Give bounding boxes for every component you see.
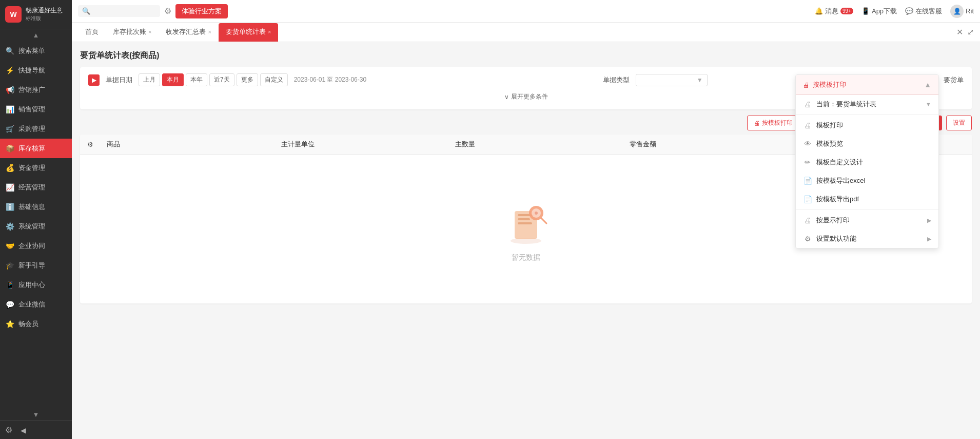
tabs-bar: 首页 库存批次账 × 收发存汇总表 × 要货单统计表 × ✕ ⤢ [72, 23, 980, 42]
notification-icon: 🔔 [815, 7, 823, 15]
nav-label-10: 企业协同 [18, 241, 45, 251]
print-dropdown-icon: 🖨 [803, 81, 810, 89]
tab-collect-summary-label: 收发存汇总表 [166, 27, 206, 36]
tab-order-stats[interactable]: 要货单统计表 × [219, 23, 278, 42]
export-pdf-label: 按模板导出pdf [816, 195, 859, 204]
online-service-label: 在线客服 [915, 7, 942, 16]
sidebar-item-3[interactable]: 📊销售管理 [0, 100, 72, 119]
print-label: 按模板打印 [762, 119, 793, 127]
topbar-right: 🔔 消息 99+ 📱 App下载 💬 在线客服 👤 Rit [815, 5, 974, 18]
sidebar-item-13[interactable]: 💬企业微信 [0, 295, 72, 314]
template-print-label: 模板打印 [816, 121, 843, 130]
nav-icon-5: 📦 [5, 144, 14, 152]
order-type-label: 单据类型 [603, 75, 630, 85]
svg-rect-3 [518, 218, 530, 220]
dropdown-template-design[interactable]: ✏ 模板自定义设计 [796, 153, 938, 171]
user-avatar-btn[interactable]: 👤 Rit [950, 5, 974, 18]
template-design-label: 模板自定义设计 [816, 158, 863, 167]
app-download-icon: 📱 [861, 7, 870, 15]
date-btn-more[interactable]: 更多 [237, 73, 258, 86]
display-print-icon: 🖨 [803, 216, 812, 224]
notification-btn[interactable]: 🔔 消息 99+ [815, 7, 853, 16]
sidebar-item-10[interactable]: 🤝企业协同 [0, 236, 72, 256]
sidebar-item-0[interactable]: 🔍搜索菜单 [0, 41, 72, 61]
app-name: 畅康通好生意 [26, 7, 63, 15]
notification-label: 消息 [825, 7, 838, 16]
sidebar-item-7[interactable]: 📈经营管理 [0, 178, 72, 197]
topbar-gear-icon[interactable]: ⚙ [164, 6, 171, 16]
filter-expand-arrow[interactable]: ▶ [88, 74, 100, 86]
sidebar-bottom: ⚙ ◀ [0, 421, 72, 439]
date-btn-this-year[interactable]: 本年 [186, 73, 207, 86]
date-btn-7days[interactable]: 近7天 [209, 73, 234, 86]
trial-btn[interactable]: 体验行业方案 [175, 4, 228, 18]
nav-icon-0: 🔍 [5, 47, 14, 55]
sidebar-settings-icon[interactable]: ⚙ [5, 425, 12, 435]
dropdown-template-print[interactable]: 🖨 模板打印 [796, 116, 938, 135]
sidebar: W 畅康通好生意 标准版 ▲ 🔍搜索菜单⚡快捷导航📢营销推广📊销售管理🛒采购管理… [0, 0, 72, 439]
sidebar-item-2[interactable]: 📢营销推广 [0, 80, 72, 100]
tab-collect-summary[interactable]: 收发存汇总表 × [159, 23, 218, 42]
set-default-caret: ▶ [927, 236, 931, 242]
date-btn-last-month[interactable]: 上月 [139, 73, 160, 86]
dropdown-template-preview[interactable]: 👁 模板预览 [796, 135, 938, 153]
sidebar-nav: 🔍搜索菜单⚡快捷导航📢营销推广📊销售管理🛒采购管理📦库存核算💰资金管理📈经营管理… [0, 41, 72, 409]
empty-text: 暂无数据 [512, 253, 540, 262]
tab-home[interactable]: 首页 [78, 23, 106, 42]
sidebar-scroll-down[interactable]: ▼ [0, 409, 72, 421]
online-service-btn[interactable]: 💬 在线客服 [905, 7, 942, 16]
tab-order-stats-close[interactable]: × [268, 29, 271, 35]
sidebar-item-12[interactable]: 📱应用中心 [0, 275, 72, 295]
nav-icon-4: 🛒 [5, 125, 14, 133]
svg-point-8 [535, 212, 538, 215]
expand-more-btn[interactable]: ∨ 展开更多条件 [496, 90, 556, 103]
dropdown-display-print[interactable]: 🖨 按显示打印 ▶ [796, 211, 938, 230]
nav-icon-6: 💰 [5, 164, 14, 172]
dropdown-header: 🖨 按模板打印 ▲ [796, 75, 938, 95]
sidebar-collapse-icon[interactable]: ◀ [21, 426, 26, 434]
order-type-caret: ▼ [697, 77, 703, 84]
dropdown-set-default[interactable]: ⚙ 设置默认功能 ▶ [796, 230, 938, 248]
export-excel-label: 按模板导出excel [816, 176, 865, 185]
display-print-label: 按显示打印 [816, 216, 850, 225]
app-version: 标准版 [26, 15, 63, 22]
dropdown-close-btn[interactable]: ▲ [924, 81, 931, 89]
app-download-btn[interactable]: 📱 App下载 [861, 7, 897, 16]
nav-label-5: 库存核算 [18, 144, 45, 153]
sidebar-item-11[interactable]: 🎓新手引导 [0, 256, 72, 275]
dropdown-export-excel[interactable]: 📄 按模板导出excel [796, 171, 938, 190]
template-design-icon: ✏ [803, 158, 812, 166]
dropdown-export-pdf[interactable]: 📄 按模板导出pdf [796, 190, 938, 208]
tab-inventory-batch[interactable]: 库存批次账 × [106, 23, 159, 42]
topbar: 🔍 ⚙ 体验行业方案 🔔 消息 99+ 📱 App下载 💬 在线客服 👤 Rit [72, 0, 980, 23]
date-btn-this-month[interactable]: 本月 [162, 73, 184, 86]
sidebar-item-1[interactable]: ⚡快捷导航 [0, 61, 72, 80]
dropdown-current-template[interactable]: 🖨 当前：要货单统计表 ▼ [796, 95, 938, 113]
tab-inventory-batch-close[interactable]: × [148, 29, 151, 35]
nav-icon-11: 🎓 [5, 261, 14, 270]
sidebar-item-6[interactable]: 💰资金管理 [0, 158, 72, 178]
nav-icon-1: ⚡ [5, 66, 14, 74]
sidebar-item-4[interactable]: 🛒采购管理 [0, 119, 72, 139]
nav-icon-12: 📱 [5, 281, 14, 289]
notification-badge: 99+ [840, 8, 853, 14]
topbar-search-input[interactable] [92, 8, 154, 15]
sidebar-item-8[interactable]: ℹ️基础信息 [0, 197, 72, 217]
tab-collect-summary-close[interactable]: × [208, 29, 211, 35]
sidebar-item-14[interactable]: ⭐畅会员 [0, 314, 72, 334]
page-title: 要货单统计表(按商品) [80, 50, 972, 61]
order-type-select[interactable]: ▼ [636, 74, 708, 86]
col-settings[interactable]: ⚙ [80, 140, 101, 149]
user-avatar: 👤 [950, 5, 964, 18]
window-maximize-icon[interactable]: ⤢ [967, 27, 974, 37]
settings-btn[interactable]: 设置 [946, 116, 972, 130]
online-service-icon: 💬 [905, 7, 913, 15]
sidebar-scroll-up[interactable]: ▲ [0, 29, 72, 41]
logo-icon: W [5, 6, 22, 23]
date-btns: 上月 本月 本年 近7天 更多 自定义 [139, 73, 288, 86]
sidebar-item-9[interactable]: ⚙️系统管理 [0, 217, 72, 236]
window-close-icon[interactable]: ✕ [956, 27, 963, 37]
sidebar-item-5[interactable]: 📦库存核算 [0, 139, 72, 158]
date-btn-custom[interactable]: 自定义 [260, 73, 288, 86]
export-pdf-icon: 📄 [803, 195, 812, 203]
